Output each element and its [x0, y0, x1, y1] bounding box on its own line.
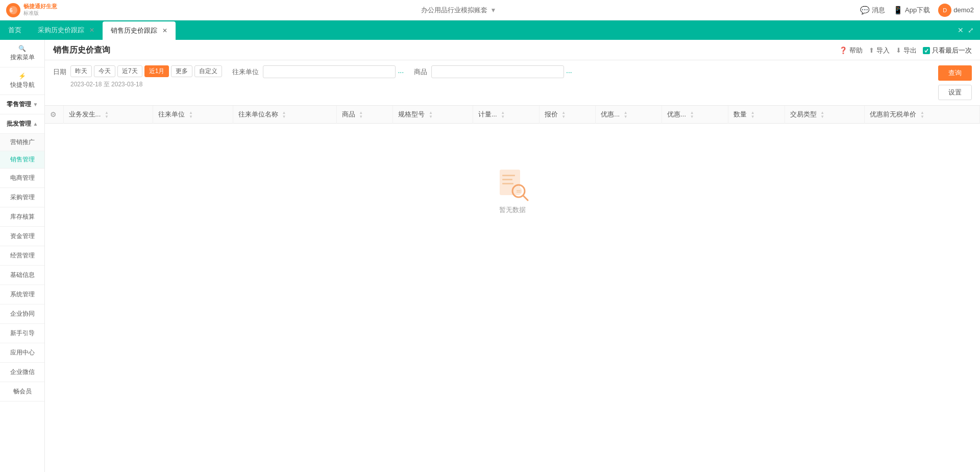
sidebar-item-basic-info[interactable]: 基础信息	[0, 266, 44, 285]
setting-button[interactable]: 设置	[938, 85, 972, 100]
col-discount2[interactable]: 优惠... ▲▼	[662, 106, 728, 124]
retail-mgmt-arrow: ▼	[33, 102, 38, 107]
sort-product[interactable]: ▲▼	[359, 111, 363, 119]
message-label: 消息	[872, 6, 885, 15]
avatar: D	[938, 4, 951, 17]
sidebar-item-sales-mgmt[interactable]: 销售管理	[0, 151, 44, 169]
app-download-btn[interactable]: 📱 App下载	[893, 6, 930, 15]
tab-home[interactable]: 首页	[0, 20, 30, 40]
username: demo2	[953, 6, 974, 14]
only-last-checkbox-label[interactable]: 只看最后一次	[923, 46, 972, 55]
message-btn[interactable]: 💬 消息	[860, 6, 885, 15]
sort-biz-date[interactable]: ▲▼	[105, 111, 109, 119]
partner-input[interactable]	[263, 65, 396, 78]
date-btn-today[interactable]: 今天	[94, 65, 115, 77]
sidebar-item-wechat[interactable]: 企业微信	[0, 363, 44, 382]
export-btn[interactable]: ⬇ 导出	[896, 46, 917, 55]
main-layout: 🔍 搜索菜单 ⚡ 快捷导航 零售管理 ▼ 批发管理 ▲ 营销推广 销售管理 电商…	[0, 40, 980, 472]
date-btn-1month[interactable]: 近1月	[144, 65, 169, 77]
top-bar: 6 畅捷通好生意 标准版 办公用品行业模拟账套 ▼ 💬 消息 📱 App下载 D…	[0, 0, 980, 20]
sidebar-item-finance[interactable]: 资金管理	[0, 227, 44, 246]
partner-filter-label: 往来单位	[232, 65, 259, 77]
user-area[interactable]: D demo2	[938, 4, 974, 17]
app-center-label: 应用中心	[10, 348, 35, 357]
enterprise-label: 企业协同	[10, 310, 35, 318]
page-header: 销售历史价查询 ❓ 帮助 ⬆ 导入 ⬇ 导出 只看	[45, 40, 980, 60]
sidebar-item-ecommerce[interactable]: 电商管理	[0, 169, 44, 188]
date-filter-group: 日期 昨天 今天 近7天 近1月 更多 自定义 2023-02-18 至 202…	[53, 65, 222, 89]
sidebar-item-search-menu[interactable]: 🔍 搜索菜单	[0, 40, 44, 67]
basic-info-label: 基础信息	[10, 271, 35, 279]
sort-quote[interactable]: ▲▼	[561, 111, 566, 119]
product-dots[interactable]: ···	[566, 68, 572, 76]
sidebar-item-system[interactable]: 系统管理	[0, 285, 44, 304]
sort-partner-code[interactable]: ▲▼	[189, 111, 193, 119]
tab-purchase-history[interactable]: 采购历史价跟踪 ✕	[30, 20, 103, 40]
sort-discount1[interactable]: ▲▼	[624, 111, 628, 119]
col-unit[interactable]: 计量... ▲▼	[473, 106, 539, 124]
query-button[interactable]: 查询	[938, 65, 972, 81]
date-btn-7days[interactable]: 近7天	[117, 65, 142, 77]
sort-quantity[interactable]: ▲▼	[751, 111, 755, 119]
sidebar-item-wholesale-mgmt[interactable]: 批发管理 ▲	[0, 114, 44, 134]
app-selector-area[interactable]: 办公用品行业模拟账套 ▼	[421, 6, 497, 15]
col-quote[interactable]: 报价 ▲▼	[539, 106, 596, 124]
sidebar-item-purchase[interactable]: 采购管理	[0, 188, 44, 207]
avatar-initial: D	[943, 7, 947, 13]
sidebar-item-operation[interactable]: 经营管理	[0, 246, 44, 266]
col-biz-date[interactable]: 业务发生... ▲▼	[63, 106, 153, 124]
help-btn[interactable]: ❓ 帮助	[839, 46, 863, 55]
tab-bar: 首页 采购历史价跟踪 ✕ 销售历史价跟踪 ✕ ✕ ⤢	[0, 20, 980, 40]
col-pre-tax-price-label: 优惠前无税单价	[870, 110, 916, 118]
quick-nav-icon: ⚡	[18, 73, 26, 80]
partner-dots[interactable]: ···	[398, 68, 404, 76]
sort-spec[interactable]: ▲▼	[429, 111, 433, 119]
content-area: 销售历史价查询 ❓ 帮助 ⬆ 导入 ⬇ 导出 只看	[45, 40, 980, 472]
col-quantity[interactable]: 数量 ▲▼	[728, 106, 785, 124]
product-input[interactable]	[431, 65, 564, 78]
svg-point-7	[515, 187, 522, 195]
tab-sales-history[interactable]: 销售历史价跟踪 ✕	[103, 21, 176, 40]
empty-illustration	[492, 164, 533, 205]
product-filter-label: 商品	[414, 65, 427, 77]
col-product[interactable]: 商品 ▲▼	[336, 106, 393, 124]
date-btn-yesterday[interactable]: 昨天	[70, 65, 92, 77]
sidebar-item-inventory[interactable]: 库存核算	[0, 207, 44, 227]
close-sales-tab[interactable]: ✕	[162, 27, 167, 34]
top-right-actions: 💬 消息 📱 App下载 D demo2	[860, 4, 974, 17]
col-quote-label: 报价	[545, 110, 558, 118]
import-btn[interactable]: ⬆ 导入	[869, 46, 890, 55]
col-pre-tax-price[interactable]: 优惠前无税单价 ▲▼	[865, 106, 980, 124]
col-partner-name[interactable]: 往来单位名称 ▲▼	[233, 106, 336, 124]
sort-partner-name[interactable]: ▲▼	[282, 111, 286, 119]
partner-filter-group: 往来单位 ···	[232, 65, 404, 78]
table-settings-gear[interactable]: ⚙	[50, 110, 57, 119]
sort-unit[interactable]: ▲▼	[501, 111, 505, 119]
sidebar-item-app-center[interactable]: 应用中心	[0, 343, 44, 363]
col-discount2-label: 优惠...	[667, 110, 686, 118]
col-spec[interactable]: 规格型号 ▲▼	[393, 106, 473, 124]
sidebar-item-member[interactable]: 畅会员	[0, 382, 44, 402]
sidebar-item-retail-mgmt[interactable]: 零售管理 ▼	[0, 95, 44, 114]
close-purchase-tab[interactable]: ✕	[89, 27, 94, 34]
close-all-tabs[interactable]: ✕	[958, 26, 964, 34]
logo-text-block: 畅捷通好生意 标准版	[23, 3, 57, 17]
sort-discount2[interactable]: ▲▼	[690, 111, 694, 119]
date-btn-custom[interactable]: 自定义	[194, 65, 222, 77]
sidebar-item-quick-nav[interactable]: ⚡ 快捷导航	[0, 67, 44, 95]
app-download-label: App下载	[905, 6, 930, 15]
partner-input-area: ···	[263, 65, 404, 78]
sort-trade-type[interactable]: ▲▼	[820, 111, 824, 119]
col-trade-type[interactable]: 交易类型 ▲▼	[785, 106, 865, 124]
col-discount1[interactable]: 优惠... ▲▼	[596, 106, 662, 124]
col-partner-code[interactable]: 往来单位 ▲▼	[153, 106, 233, 124]
dropdown-icon[interactable]: ▼	[491, 7, 497, 14]
expand-icon[interactable]: ⤢	[968, 26, 974, 34]
svg-rect-5	[502, 183, 513, 184]
table-header-row: ⚙ 业务发生... ▲▼ 往来单位 ▲▼ 往来单位名称 ▲▼	[45, 106, 980, 124]
sidebar-item-marketing[interactable]: 营销推广	[0, 134, 44, 151]
sidebar-item-enterprise[interactable]: 企业协同	[0, 304, 44, 324]
date-btn-more[interactable]: 更多	[171, 65, 192, 77]
sidebar-item-guide[interactable]: 新手引导	[0, 324, 44, 343]
sort-pre-tax-price[interactable]: ▲▼	[920, 111, 924, 119]
